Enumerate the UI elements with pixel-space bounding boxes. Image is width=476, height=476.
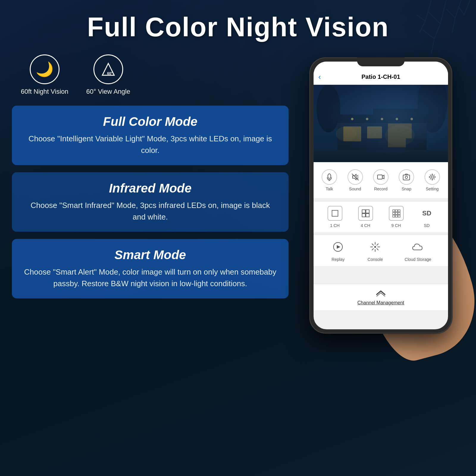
smart-title: Smart Mode bbox=[24, 248, 277, 262]
channel-management-label: Channel Management bbox=[357, 300, 404, 306]
svg-rect-21 bbox=[343, 126, 361, 141]
one-ch-label: 1 CH bbox=[330, 223, 340, 228]
sd-button[interactable]: SD SD bbox=[419, 206, 434, 228]
svg-point-26 bbox=[336, 126, 357, 141]
record-label: Record bbox=[374, 187, 387, 191]
camera-feed bbox=[314, 85, 448, 162]
moon-icon: 🌙 bbox=[30, 54, 60, 84]
svg-rect-18 bbox=[337, 120, 427, 162]
nine-ch-button[interactable]: 9 CH bbox=[389, 206, 404, 228]
setting-button[interactable]: Setting bbox=[425, 169, 440, 191]
svg-rect-22 bbox=[367, 126, 382, 138]
svg-line-67 bbox=[372, 244, 374, 245]
replay-icon bbox=[330, 239, 346, 255]
infrared-title: Infrared Mode bbox=[24, 181, 277, 195]
svg-point-27 bbox=[385, 125, 415, 146]
sound-icon bbox=[347, 169, 363, 185]
svg-point-45 bbox=[431, 176, 433, 178]
replay-label: Replay bbox=[332, 257, 345, 262]
svg-rect-57 bbox=[393, 215, 395, 217]
svg-point-29 bbox=[366, 118, 368, 120]
nine-ch-icon bbox=[389, 206, 404, 221]
svg-rect-47 bbox=[362, 210, 365, 213]
console-icon bbox=[367, 239, 383, 255]
setting-icon bbox=[425, 169, 440, 185]
svg-point-62 bbox=[374, 246, 376, 248]
smart-desc: Choose "Smart Alert" Mode, color image w… bbox=[24, 266, 277, 289]
snap-button[interactable]: Snap bbox=[399, 169, 414, 191]
phone-display: ‹ Patio 1-CH-01 bbox=[298, 51, 464, 333]
svg-rect-43 bbox=[403, 175, 410, 180]
svg-rect-50 bbox=[366, 214, 369, 217]
one-ch-icon bbox=[328, 206, 342, 221]
smart-mode-box: Smart Mode Choose "Smart Alert" Mode, co… bbox=[12, 239, 289, 298]
svg-rect-58 bbox=[395, 215, 397, 217]
setting-label: Setting bbox=[426, 187, 439, 191]
svg-line-70 bbox=[372, 248, 374, 250]
console-label: Console bbox=[368, 257, 383, 262]
full-color-mode-box: Full Color Mode Choose "Intelligent Vari… bbox=[12, 106, 289, 165]
record-button[interactable]: Record bbox=[373, 169, 389, 191]
sound-label: Sound bbox=[349, 187, 361, 191]
cloud-storage-button[interactable]: Cloud Storage bbox=[405, 239, 431, 262]
sound-button[interactable]: Sound bbox=[347, 169, 363, 191]
svg-rect-53 bbox=[398, 210, 400, 212]
phone-mockup: ‹ Patio 1-CH-01 bbox=[309, 57, 452, 333]
feature-icons-row: 🌙 60ft Night Vision 60° 60° View Angle bbox=[12, 51, 289, 98]
svg-point-33 bbox=[328, 174, 331, 178]
sd-icon: SD bbox=[419, 206, 434, 221]
page-title: Full Color Night Vision bbox=[87, 12, 389, 43]
svg-rect-56 bbox=[398, 212, 400, 214]
svg-rect-52 bbox=[395, 210, 397, 212]
infrared-mode-box: Infrared Mode Choose "Smart Infrared" Mo… bbox=[12, 172, 289, 232]
svg-rect-54 bbox=[393, 212, 395, 214]
four-ch-button[interactable]: 4 CH bbox=[358, 206, 373, 228]
snap-label: Snap bbox=[402, 187, 411, 191]
svg-rect-49 bbox=[362, 214, 365, 217]
svg-line-37 bbox=[357, 175, 358, 176]
talk-button[interactable]: Talk bbox=[322, 169, 337, 191]
sd-label: SD bbox=[424, 223, 430, 228]
svg-rect-55 bbox=[395, 212, 397, 214]
talk-label: Talk bbox=[326, 187, 333, 191]
svg-point-16 bbox=[317, 85, 340, 132]
replay-button[interactable]: Replay bbox=[330, 239, 346, 262]
svg-point-28 bbox=[351, 118, 353, 120]
cloud-icon bbox=[410, 239, 426, 255]
svg-text:60°: 60° bbox=[107, 71, 112, 76]
svg-rect-41 bbox=[378, 175, 382, 179]
svg-rect-24 bbox=[406, 138, 427, 162]
grid-controls: 1 CH bbox=[314, 202, 448, 232]
full-color-desc: Choose "Intelligent Variable Light" Mode… bbox=[24, 133, 277, 156]
svg-marker-42 bbox=[382, 175, 384, 179]
camera-scene bbox=[314, 85, 448, 162]
channel-management-bar[interactable]: Channel Management bbox=[314, 284, 448, 310]
console-button[interactable]: Console bbox=[367, 239, 383, 262]
infrared-desc: Choose "Smart Infrared" Mode, 3pcs infra… bbox=[24, 200, 277, 223]
one-ch-button[interactable]: 1 CH bbox=[328, 206, 342, 228]
svg-point-44 bbox=[405, 176, 408, 178]
sd-text: SD bbox=[422, 209, 431, 217]
left-column: 🌙 60ft Night Vision 60° 60° View Angle F… bbox=[12, 51, 289, 333]
controls-row-1: Talk bbox=[317, 167, 445, 194]
main-controls: Talk bbox=[314, 162, 448, 199]
svg-point-17 bbox=[418, 85, 447, 132]
night-vision-label: 60ft Night Vision bbox=[21, 88, 68, 95]
svg-rect-25 bbox=[314, 150, 448, 162]
phone-outer-case: ‹ Patio 1-CH-01 bbox=[309, 57, 452, 333]
channel-title: Patio 1-CH-01 bbox=[361, 73, 400, 80]
snap-icon bbox=[399, 169, 414, 185]
svg-rect-46 bbox=[332, 210, 338, 216]
svg-point-31 bbox=[396, 118, 398, 120]
talk-icon bbox=[322, 169, 337, 185]
svg-point-30 bbox=[381, 118, 383, 120]
phone-screen: ‹ Patio 1-CH-01 bbox=[314, 62, 448, 329]
svg-line-69 bbox=[377, 244, 378, 245]
phone-screen-inner: ‹ Patio 1-CH-01 bbox=[314, 62, 448, 329]
svg-line-68 bbox=[377, 248, 378, 250]
svg-rect-23 bbox=[388, 123, 412, 147]
svg-rect-59 bbox=[398, 215, 400, 217]
svg-point-32 bbox=[411, 118, 413, 120]
angle-icon: 60° bbox=[93, 54, 123, 84]
back-button[interactable]: ‹ bbox=[318, 72, 321, 82]
